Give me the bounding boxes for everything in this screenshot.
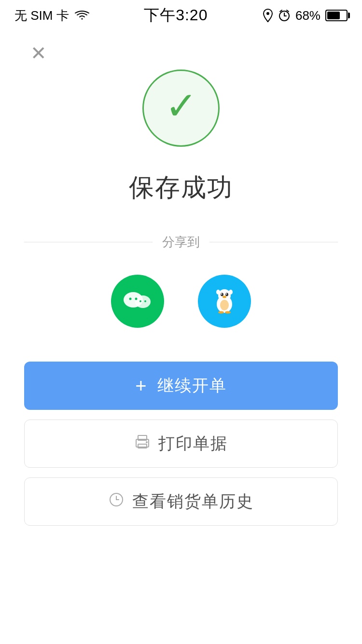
status-carrier: 无 SIM 卡 (14, 7, 89, 24)
svg-point-18 (218, 311, 224, 314)
actions-section: + 继续开单 打印单据 (0, 362, 362, 535)
history-icon (108, 491, 125, 512)
share-icons-row (24, 275, 338, 328)
svg-point-15 (226, 294, 227, 294)
qq-share-button[interactable] (198, 275, 251, 328)
divider-line-right (209, 242, 338, 242)
history-label: 查看销货单历史 (132, 490, 254, 513)
status-bar: 无 SIM 卡 下午3:20 68% (0, 0, 362, 31)
qq-logo-icon (209, 286, 240, 317)
print-icon (134, 434, 151, 454)
share-section: 分享到 (0, 234, 362, 328)
svg-point-12 (221, 293, 223, 296)
carrier-label: 无 SIM 卡 (14, 7, 69, 24)
close-button[interactable]: ✕ (24, 39, 53, 68)
svg-point-5 (135, 295, 151, 308)
svg-point-0 (266, 12, 269, 15)
status-right: 68% (263, 8, 348, 23)
svg-point-21 (229, 290, 233, 294)
battery-icon (325, 10, 348, 21)
print-button[interactable]: 打印单据 (24, 420, 338, 468)
plus-icon: + (135, 376, 147, 395)
continue-button[interactable]: + 继续开单 (24, 362, 338, 410)
share-label: 分享到 (162, 234, 200, 251)
checkmark-icon: ✓ (165, 87, 197, 126)
wifi-icon (75, 10, 89, 21)
status-time: 下午3:20 (144, 5, 208, 26)
wechat-logo-icon (122, 287, 153, 315)
main-content: ✓ 保存成功 分享到 (0, 31, 362, 535)
history-button[interactable]: 查看销货单历史 (24, 477, 338, 526)
success-title: 保存成功 (129, 171, 233, 205)
svg-point-6 (129, 298, 132, 300)
svg-point-7 (135, 298, 138, 300)
continue-label: 继续开单 (157, 375, 227, 397)
success-circle: ✓ (142, 70, 220, 147)
svg-point-13 (225, 293, 228, 296)
wechat-share-button[interactable] (111, 275, 164, 328)
divider-line-left (24, 242, 153, 242)
svg-point-19 (225, 311, 231, 314)
svg-point-8 (139, 300, 141, 302)
svg-point-9 (144, 300, 146, 302)
svg-point-14 (221, 294, 222, 294)
share-divider: 分享到 (24, 234, 338, 251)
battery-percent: 68% (295, 8, 320, 23)
location-icon (263, 9, 273, 22)
close-icon: ✕ (30, 43, 47, 63)
print-label: 打印单据 (158, 433, 228, 455)
svg-point-25 (146, 441, 148, 443)
svg-point-20 (216, 290, 220, 294)
svg-point-17 (220, 300, 229, 310)
svg-point-16 (223, 296, 226, 298)
alarm-icon (278, 9, 291, 22)
